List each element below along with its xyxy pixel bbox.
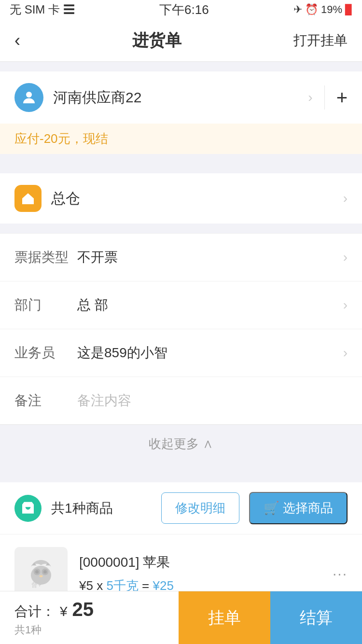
person-icon (20, 89, 38, 106)
total-sub: 共1种 (14, 623, 164, 637)
location-icon: ✈ (293, 3, 302, 16)
collapse-label: 收起更多 ∧ (149, 435, 213, 452)
products-header: 共1种商品 修改明细 🛒 选择商品 (0, 482, 362, 534)
cart-icon (20, 501, 36, 516)
hang-button[interactable]: 挂单 (179, 591, 270, 644)
sales-row[interactable]: 业务员 这是859的小智 › (0, 329, 362, 377)
total-symbol: ¥ (60, 604, 68, 619)
status-time: 下午6:16 (159, 1, 209, 18)
sim-status: 无 SIM 卡 ☰ (10, 2, 75, 17)
back-button[interactable]: ‹ (14, 30, 20, 51)
sales-label: 业务员 (14, 344, 77, 362)
products-count: 共1种商品 (51, 499, 152, 518)
supplier-row[interactable]: 河南供应商22 › + (0, 71, 362, 124)
collapse-bar[interactable]: 收起更多 ∧ (0, 424, 362, 463)
supplier-section: 河南供应商22 › + 应付-20元，现结 (0, 71, 362, 154)
section-gap-1 (0, 62, 362, 71)
footer: 合计： ¥ 25 共1种 挂单 结算 (0, 591, 362, 644)
battery-icon: ▉ (345, 4, 352, 15)
svg-point-6 (40, 575, 43, 577)
svg-point-4 (35, 570, 39, 574)
total-main: 合计： ¥ 25 (14, 599, 164, 621)
price-eq: = (142, 578, 153, 593)
price-qty: 5千克 (106, 578, 138, 593)
fields-section: 票据类型 不开票 › 部门 总 部 › 业务员 这是859的小智 › 备注 备注… (0, 233, 362, 463)
add-button[interactable]: + (336, 88, 348, 107)
remark-row[interactable]: 备注 备注内容 (0, 377, 362, 424)
invoice-label: 票据类型 (14, 248, 77, 266)
remark-label: 备注 (14, 392, 77, 410)
supplier-name: 河南供应商22 (53, 88, 308, 108)
svg-point-0 (26, 92, 32, 98)
invoice-chevron-icon: › (343, 250, 348, 265)
open-hang-button[interactable]: 打开挂单 (293, 31, 348, 50)
price-x: x (97, 578, 106, 593)
invoice-value: 不开票 (77, 248, 343, 266)
home-icon (20, 191, 36, 206)
remark-input[interactable]: 备注内容 (77, 392, 348, 410)
edit-detail-button[interactable]: 修改明细 (161, 492, 239, 524)
dept-row[interactable]: 部门 总 部 › (0, 281, 362, 329)
product-name: [0000001] 苹果 (79, 553, 321, 572)
dept-value: 总 部 (77, 296, 343, 314)
select-product-label: 选择商品 (283, 500, 333, 517)
warehouse-chevron-icon: › (343, 191, 348, 206)
section-gap-2 (0, 154, 362, 164)
status-bar: 无 SIM 卡 ☰ 下午6:16 ✈ ⏰ 19% ▉ (0, 0, 362, 19)
status-left: 无 SIM 卡 ☰ (10, 2, 75, 17)
product-more-button[interactable]: ··· (333, 565, 348, 582)
warehouse-name: 总仓 (51, 189, 343, 209)
dept-label: 部门 (14, 296, 77, 314)
total-label: 合计： (14, 602, 55, 621)
page-title: 进货单 (132, 29, 181, 52)
status-right: ✈ ⏰ 19% ▉ (293, 3, 352, 16)
alarm-icon: ⏰ (305, 3, 318, 16)
info-banner: 应付-20元，现结 (0, 124, 362, 154)
warehouse-icon (14, 185, 42, 212)
svg-point-5 (43, 570, 47, 574)
supplier-divider (324, 85, 325, 110)
price-unit: ¥5 (79, 578, 93, 593)
sales-value: 这是859的小智 (77, 344, 343, 362)
footer-total: 合计： ¥ 25 共1种 (0, 599, 179, 637)
product-info: [0000001] 苹果 ¥5 x 5千克 = ¥25 (79, 553, 321, 594)
sales-chevron-icon: › (343, 345, 348, 361)
supplier-avatar (14, 83, 43, 112)
price-total: ¥25 (153, 578, 174, 593)
total-amount: 25 (72, 599, 94, 620)
owl-logo: 督+ (24, 557, 58, 590)
invoice-row[interactable]: 票据类型 不开票 › (0, 233, 362, 281)
checkout-button[interactable]: 结算 (270, 591, 362, 644)
battery-status: 19% (321, 3, 342, 16)
supplier-chevron-icon: › (308, 90, 312, 105)
product-code: [0000001] (79, 555, 139, 570)
nav-bar: ‹ 进货单 打开挂单 (0, 19, 362, 62)
products-icon (14, 495, 42, 522)
main-content: 河南供应商22 › + 应付-20元，现结 总仓 › 票据类型 不开票 › 部门… (0, 62, 362, 644)
section-gap-3 (0, 224, 362, 233)
dept-chevron-icon: › (343, 297, 348, 313)
warehouse-row[interactable]: 总仓 › (0, 173, 362, 224)
product-title: 苹果 (143, 555, 170, 570)
select-product-button[interactable]: 🛒 选择商品 (249, 492, 348, 524)
section-gap-4 (0, 463, 362, 473)
select-product-icon: 🛒 (264, 501, 279, 516)
svg-text:督+: 督+ (31, 582, 41, 588)
